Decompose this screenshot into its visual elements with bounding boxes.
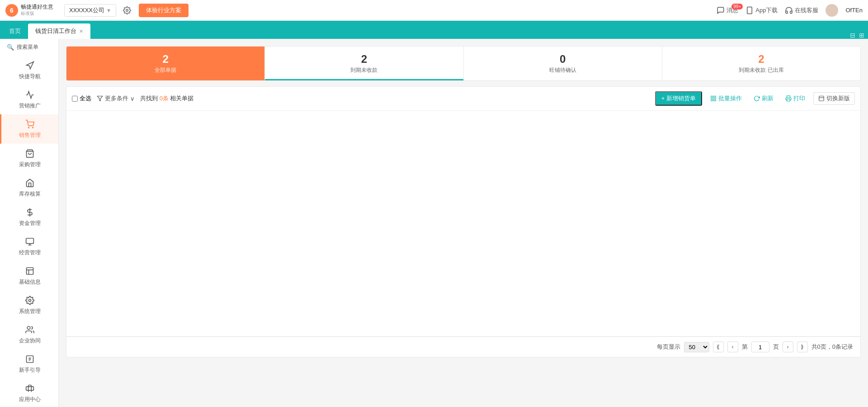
message-icon bbox=[717, 6, 725, 14]
batch-operation-btn[interactable]: 批量操作 bbox=[707, 93, 745, 104]
app-download-action[interactable]: App下载 bbox=[745, 6, 778, 14]
trial-button[interactable]: 体验行业方案 bbox=[139, 4, 189, 17]
print-label: 打印 bbox=[793, 94, 805, 103]
first-page-btn[interactable]: ⟪ bbox=[713, 342, 724, 352]
last-page-btn[interactable]: ⟫ bbox=[797, 342, 808, 352]
print-btn[interactable]: 打印 bbox=[782, 93, 809, 104]
per-page-label: 每页显示 bbox=[657, 343, 680, 351]
sidebar-item-cooperation[interactable]: 企业协同 bbox=[0, 320, 58, 349]
found-prefix: 共找到 bbox=[140, 95, 158, 102]
sales-icon bbox=[24, 119, 35, 130]
stat-card-overdue-shipped[interactable]: 2 到期未收款 已出库 bbox=[662, 47, 860, 80]
sidebar-item-operations[interactable]: 经营管理 bbox=[0, 232, 58, 261]
maximize-icon[interactable]: ⊞ bbox=[859, 32, 864, 39]
sidebar-item-inventory-label: 库存核算 bbox=[19, 190, 41, 198]
svg-point-0 bbox=[126, 9, 128, 11]
svg-rect-1 bbox=[747, 7, 752, 14]
sidebar-item-base-info[interactable]: 基础信息 bbox=[0, 261, 58, 290]
found-text: 共找到 0条 相关单据 bbox=[140, 94, 193, 103]
svg-rect-20 bbox=[714, 99, 716, 101]
stat-card-overdue[interactable]: 2 到期未收款 bbox=[265, 47, 463, 80]
search-icon: 🔍 bbox=[7, 44, 14, 51]
print-icon bbox=[785, 95, 792, 102]
online-service-action[interactable]: 在线客服 bbox=[785, 6, 818, 14]
settings-icon[interactable] bbox=[120, 3, 134, 18]
main-layout: 🔍 搜索菜单 快捷导航 营销推广 销售管理 采购管理 bbox=[0, 39, 868, 407]
sidebar-item-purchase-label: 采购管理 bbox=[19, 161, 41, 168]
sidebar-item-app-center[interactable]: 应用中心 bbox=[0, 379, 58, 407]
refresh-btn[interactable]: 刷新 bbox=[750, 93, 777, 104]
nav-tabs: 首页 钱货日清工作台 ✕ ⊟ ⊞ bbox=[0, 21, 868, 39]
online-service-label: 在线客服 bbox=[795, 6, 818, 14]
stat-overdue-label: 到期未收款 bbox=[274, 66, 454, 74]
tab-home[interactable]: 首页 bbox=[2, 23, 28, 39]
stat-overdue-shipped-label: 到期未收款 已出库 bbox=[671, 66, 851, 74]
sidebar-item-finance[interactable]: 资金管理 bbox=[0, 202, 58, 232]
sidebar-item-sales[interactable]: 销售管理 bbox=[0, 114, 58, 144]
prev-page-btn[interactable]: ‹ bbox=[727, 342, 738, 352]
tab-workbench[interactable]: 钱货日清工作台 ✕ bbox=[28, 23, 90, 39]
sidebar-item-guide-label: 新手引导 bbox=[19, 366, 41, 374]
svg-rect-11 bbox=[27, 268, 33, 275]
select-all-checkbox[interactable]: 全选 bbox=[72, 94, 91, 103]
select-all-input[interactable] bbox=[72, 96, 78, 102]
minimize-icon[interactable]: ⊟ bbox=[850, 32, 855, 39]
svg-rect-21 bbox=[711, 99, 713, 101]
sidebar-item-guide[interactable]: 新手引导 bbox=[0, 349, 58, 379]
system-icon bbox=[24, 295, 35, 306]
batch-label: 批量操作 bbox=[718, 94, 742, 103]
app-tag: 标准版 bbox=[21, 10, 53, 17]
select-all-label: 全选 bbox=[80, 94, 91, 103]
messages-action[interactable]: 消息 99+ bbox=[717, 6, 738, 14]
more-filters-btn[interactable]: 更多条件 ∨ bbox=[97, 94, 135, 103]
header-right: 消息 99+ App下载 在线客服 OfTEn bbox=[717, 4, 863, 17]
sidebar-item-quick-nav[interactable]: 快捷导航 bbox=[0, 56, 58, 85]
cooperation-icon bbox=[24, 324, 35, 335]
next-page-btn[interactable]: › bbox=[783, 342, 793, 352]
tab-workbench-label: 钱货日清工作台 bbox=[35, 27, 76, 35]
switch-version-btn[interactable]: 切换新版 bbox=[813, 92, 855, 105]
stats-row: 2 全部单据 2 到期未收款 0 旺铺待确认 2 到期未收款 已出库 bbox=[66, 46, 861, 81]
messages-badge: 99+ bbox=[731, 4, 743, 9]
stat-card-wangwang[interactable]: 0 旺铺待确认 bbox=[464, 47, 662, 80]
sidebar-item-marketing[interactable]: 营销推广 bbox=[0, 85, 58, 114]
svg-marker-17 bbox=[97, 96, 103, 101]
svg-point-15 bbox=[27, 327, 30, 330]
close-tab-icon[interactable]: ✕ bbox=[79, 28, 83, 34]
avatar[interactable] bbox=[826, 4, 838, 17]
sidebar-item-finance-label: 资金管理 bbox=[19, 220, 41, 227]
appcenter-icon bbox=[24, 383, 35, 394]
new-sales-order-button[interactable]: + 新增销货单 bbox=[655, 91, 702, 106]
page-size-select[interactable]: 50 100 200 bbox=[684, 342, 709, 352]
marketing-icon bbox=[24, 89, 35, 100]
download-icon bbox=[745, 6, 754, 14]
chevron-down-filter-icon: ∨ bbox=[130, 95, 135, 102]
stat-wangwang-label: 旺铺待确认 bbox=[473, 66, 653, 74]
sidebar-item-purchase[interactable]: 采购管理 bbox=[0, 144, 58, 173]
svg-rect-18 bbox=[711, 96, 713, 98]
company-name: XXXXXX公司 bbox=[69, 6, 104, 14]
sidebar-item-operations-label: 经营管理 bbox=[19, 249, 41, 257]
company-selector[interactable]: XXXXXX公司 ▼ bbox=[64, 4, 116, 17]
switch-icon bbox=[818, 95, 825, 102]
stat-overdue-number: 2 bbox=[274, 53, 454, 65]
top-header: 6 畅捷通好生意 标准版 XXXXXX公司 ▼ 体验行业方案 消息 99+ bbox=[0, 0, 868, 21]
username: OfTEn bbox=[845, 7, 863, 14]
stat-all-label: 全部单据 bbox=[75, 66, 255, 74]
sidebar-item-system[interactable]: 系统管理 bbox=[0, 290, 58, 320]
sidebar-item-search-label: 搜索菜单 bbox=[17, 43, 38, 51]
stat-card-all[interactable]: 2 全部单据 bbox=[66, 47, 265, 80]
pagination-bar: 每页显示 50 100 200 ⟪ ‹ 第 页 › ⟫ 共0页，0条记录 bbox=[66, 337, 861, 357]
svg-rect-8 bbox=[26, 239, 34, 244]
sidebar-item-marketing-label: 营销推广 bbox=[19, 102, 41, 110]
purchase-icon bbox=[24, 148, 35, 159]
stat-wangwang-number: 0 bbox=[473, 53, 653, 65]
sidebar-item-inventory[interactable]: 库存核算 bbox=[0, 173, 58, 202]
sidebar-item-search-menu[interactable]: 🔍 搜索菜单 bbox=[0, 39, 58, 56]
stat-all-number: 2 bbox=[75, 53, 255, 65]
page-input[interactable] bbox=[751, 342, 769, 352]
sidebar-item-cooperation-label: 企业协同 bbox=[19, 337, 41, 345]
found-suffix: 相关单据 bbox=[170, 95, 193, 102]
sidebar: 🔍 搜索菜单 快捷导航 营销推广 销售管理 采购管理 bbox=[0, 39, 59, 407]
toolbar: 全选 更多条件 ∨ 共找到 0条 相关单据 + 新增销货单 批量操作 bbox=[66, 86, 861, 111]
